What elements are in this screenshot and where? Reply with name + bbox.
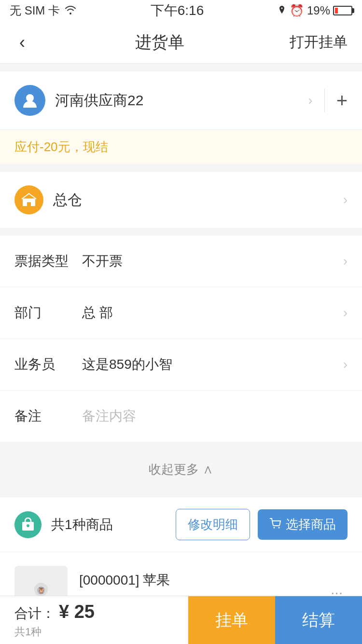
invoice-type-label: 票据类型 — [14, 252, 72, 270]
form-section: 票据类型 不开票 › 部门 总 部 › 业务员 这是859的小智 › 备注 备注… — [0, 236, 362, 442]
department-value: 总 部 — [72, 304, 343, 322]
staff-value: 这是859的小智 — [72, 355, 343, 374]
svg-point-6 — [278, 527, 280, 529]
supplier-section: 河南供应商22 › + 应付-20元，现结 — [0, 71, 362, 164]
edit-detail-button[interactable]: 修改明细 — [176, 509, 250, 540]
notice-banner: 应付-20元，现结 — [0, 130, 362, 164]
product-code: [0000001] — [79, 573, 139, 588]
separator-1 — [0, 64, 362, 71]
svg-text:🦉: 🦉 — [38, 587, 45, 594]
svg-point-4 — [27, 524, 29, 527]
remark-label: 备注 — [14, 407, 72, 425]
svg-point-0 — [26, 94, 34, 102]
total-main: 合计： ¥ 25 — [14, 602, 174, 623]
battery-text: 19% — [307, 4, 330, 17]
invoice-chevron-icon: › — [343, 253, 348, 269]
nav-bar: ‹ 进货单 打开挂单 — [0, 21, 362, 64]
svg-point-5 — [274, 527, 275, 529]
department-row[interactable]: 部门 总 部 › — [0, 287, 362, 339]
supplier-name: 河南供应商22 — [55, 91, 308, 111]
staff-label: 业务员 — [14, 355, 72, 374]
remark-row[interactable]: 备注 备注内容 — [0, 391, 362, 442]
open-pending-button[interactable]: 打开挂单 — [290, 32, 348, 52]
warehouse-icon-wrap — [14, 185, 43, 214]
products-count: 共1种商品 — [51, 516, 176, 534]
select-product-button[interactable]: 选择商品 — [258, 509, 348, 540]
staff-row[interactable]: 业务员 这是859的小智 › — [0, 339, 362, 391]
invoice-type-value: 不开票 — [72, 252, 343, 270]
cart-icon — [269, 517, 282, 532]
supplier-row[interactable]: 河南供应商22 › + — [0, 71, 362, 130]
supplier-chevron-icon: › — [308, 93, 312, 108]
collapse-toggle[interactable]: 收起更多 ∧ — [0, 449, 362, 490]
products-icon — [14, 511, 42, 538]
total-section: 合计： ¥ 25 共1种 — [0, 602, 188, 639]
products-header: 共1种商品 修改明细 选择商品 — [0, 497, 362, 552]
total-amount: ¥ 25 — [59, 602, 95, 622]
total-sub: 共1种 — [14, 625, 174, 639]
sim-label: 无 SIM 卡 — [10, 3, 60, 18]
product-name: [0000001] 苹果 — [79, 571, 326, 589]
select-product-label: 选择商品 — [286, 516, 336, 533]
warehouse-name: 总仓 — [53, 190, 343, 210]
page-title: 进货单 — [135, 31, 184, 54]
separator-2 — [0, 490, 362, 497]
status-left: 无 SIM 卡 — [10, 3, 77, 18]
warehouse-chevron-icon: › — [343, 192, 348, 208]
warehouse-row[interactable]: 总仓 › — [0, 172, 362, 228]
status-time: 下午6:16 — [151, 1, 204, 20]
checkout-button[interactable]: 结算 — [275, 596, 362, 644]
add-supplier-button[interactable]: + — [336, 90, 348, 112]
product-title: 苹果 — [143, 573, 170, 588]
status-bar: 无 SIM 卡 下午6:16 ⏰ 19% — [0, 0, 362, 21]
back-button[interactable]: ‹ — [14, 28, 30, 57]
alarm-icon: ⏰ — [290, 4, 304, 17]
remark-placeholder: 备注内容 — [72, 407, 348, 425]
department-chevron-icon: › — [343, 305, 348, 321]
total-label: 合计： — [14, 604, 55, 623]
status-right: ⏰ 19% — [277, 4, 352, 17]
invoice-type-row[interactable]: 票据类型 不开票 › — [0, 236, 362, 287]
wifi-icon — [64, 4, 77, 17]
location-icon — [277, 4, 287, 17]
battery-icon — [333, 6, 352, 15]
bottom-bar: 合计： ¥ 25 共1种 挂单 结算 — [0, 596, 362, 644]
staff-chevron-icon: › — [343, 357, 348, 372]
supplier-avatar — [14, 85, 45, 116]
warehouse-section: 总仓 › — [0, 172, 362, 228]
vertical-divider — [324, 88, 325, 112]
department-label: 部门 — [14, 304, 72, 322]
svg-rect-2 — [27, 202, 31, 206]
suspend-button[interactable]: 挂单 — [188, 596, 275, 644]
